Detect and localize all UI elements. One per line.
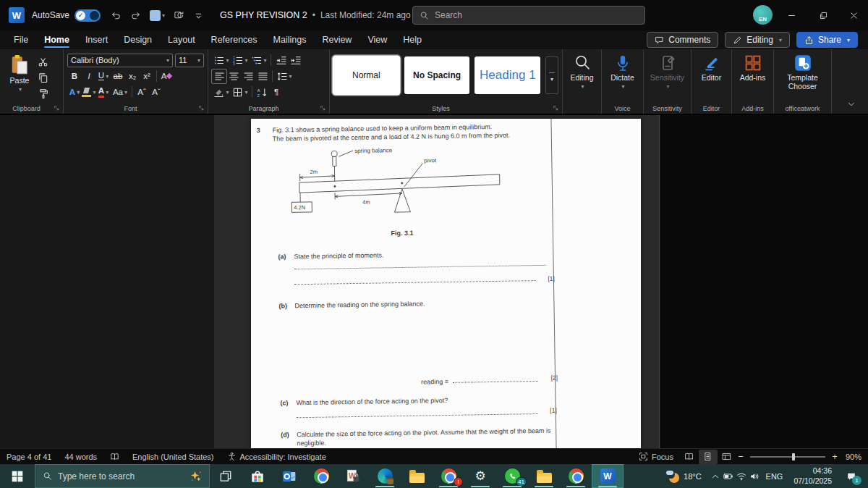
borders-button[interactable]: ▾	[231, 85, 250, 99]
shading-button[interactable]: ▾	[212, 85, 231, 99]
quick-access-options-icon[interactable]	[193, 10, 204, 21]
volume-icon[interactable]	[749, 471, 760, 481]
avatar[interactable]: EN	[753, 5, 773, 25]
cut-button[interactable]	[35, 55, 50, 69]
tab-help[interactable]: Help	[395, 32, 430, 48]
page-indicator[interactable]: Page 4 of 41	[0, 449, 58, 464]
taskbar-item-outlook[interactable]	[273, 464, 305, 488]
restore-button[interactable]	[807, 0, 839, 30]
increase-indent-button[interactable]	[288, 54, 302, 67]
italic-button[interactable]: I	[82, 70, 96, 83]
zoom-slider-thumb[interactable]	[792, 453, 795, 460]
taskbar-item-folder-2[interactable]	[528, 464, 560, 488]
paste-button[interactable]: Paste ▾	[4, 52, 35, 101]
taskbar-item-chrome-profile[interactable]	[560, 464, 592, 488]
redo-icon[interactable]	[130, 10, 141, 21]
search-input[interactable]	[435, 10, 638, 20]
styles-dialog-launcher-icon[interactable]	[553, 105, 559, 112]
share-button[interactable]: Share ▾	[796, 32, 858, 48]
web-layout-button[interactable]	[718, 450, 736, 464]
undo-icon[interactable]	[111, 10, 122, 21]
clipboard-dialog-launcher-icon[interactable]	[54, 105, 60, 112]
app-search-box[interactable]	[412, 6, 645, 25]
zoom-out-button[interactable]: −	[736, 451, 745, 462]
shrink-font-button[interactable]: Aˇ	[149, 85, 163, 99]
font-size-select[interactable]: 11▾	[175, 54, 204, 67]
taskbar-item-edge[interactable]	[369, 464, 401, 488]
bullets-button[interactable]: ▾	[212, 54, 231, 67]
line-spacing-button[interactable]: ▾	[275, 70, 294, 83]
addins-button[interactable]: Add-ins	[736, 52, 770, 82]
superscript-button[interactable]: x²	[140, 70, 154, 83]
tray-expand-icon[interactable]	[710, 471, 720, 481]
dictate-button[interactable]: Dictate ▾	[605, 52, 639, 90]
font-name-select[interactable]: Calibri (Body)▾	[67, 54, 173, 67]
highlight-button[interactable]: ▾	[82, 85, 96, 99]
paragraph-dialog-launcher-icon[interactable]	[320, 105, 326, 112]
style-no-spacing[interactable]: No Spacing	[404, 56, 470, 94]
tab-review[interactable]: Review	[314, 32, 359, 48]
change-case-button[interactable]: Aa▾	[111, 85, 129, 99]
format-painter-button[interactable]	[35, 87, 50, 101]
focus-button[interactable]: Focus	[632, 452, 680, 461]
template-chooser-button[interactable]: Template Chooser	[778, 52, 827, 91]
style-heading1[interactable]: Heading 1	[475, 56, 540, 94]
read-mode-button[interactable]	[680, 450, 699, 464]
grow-font-button[interactable]: Aˆ	[135, 85, 149, 99]
font-color-button[interactable]: A▾	[96, 85, 111, 99]
autosave-control[interactable]: AutoSave ✓	[32, 9, 101, 22]
taskbar-item-chrome[interactable]	[305, 464, 337, 488]
accessibility-status[interactable]: Accessibility: Investigate	[221, 449, 333, 464]
notification-center-button[interactable]: 1	[839, 464, 864, 488]
taskbar-item-store[interactable]	[242, 464, 273, 488]
save-icon[interactable]	[174, 10, 184, 21]
copy-button[interactable]	[35, 71, 50, 85]
tab-home[interactable]: Home	[36, 32, 77, 48]
clear-formatting-button[interactable]: A	[159, 70, 174, 83]
taskbar-search-input[interactable]	[58, 471, 184, 481]
tab-layout[interactable]: Layout	[160, 32, 203, 48]
sort-button[interactable]: AZ	[255, 85, 269, 99]
taskbar-search[interactable]	[35, 464, 210, 488]
comments-button[interactable]: Comments	[647, 32, 718, 48]
editing-mode-button[interactable]: Editing ▾	[725, 32, 790, 48]
task-view-button[interactable]	[210, 464, 242, 488]
close-button[interactable]	[838, 0, 868, 30]
decrease-indent-button[interactable]	[273, 54, 288, 67]
document-title-area[interactable]: GS PHY REVISION 2 • Last Modified: 24m a…	[220, 10, 420, 20]
bold-button[interactable]: B	[67, 70, 82, 83]
taskbar-item-whatsapp[interactable]: 41	[496, 464, 528, 488]
battery-icon[interactable]	[723, 471, 733, 481]
styles-gallery-more-button[interactable]: —▾	[545, 56, 558, 94]
taskbar-item-chrome-notification[interactable]: !	[433, 464, 464, 488]
taskbar-item-file-explorer[interactable]	[401, 464, 433, 488]
taskbar-item-word-active[interactable]: W	[592, 464, 624, 488]
zoom-level[interactable]: 90%	[839, 453, 868, 461]
tab-references[interactable]: References	[203, 32, 265, 48]
strikethrough-button[interactable]: ab	[111, 70, 125, 83]
clock[interactable]: 04:36 07/10/2025	[789, 466, 836, 485]
sensitivity-button[interactable]: Sensitivity ▾	[647, 52, 687, 90]
subscript-button[interactable]: x₂	[125, 70, 140, 83]
zoom-slider[interactable]	[750, 456, 825, 458]
font-dialog-launcher-icon[interactable]	[198, 105, 205, 112]
justify-button[interactable]	[255, 70, 270, 83]
zoom-in-button[interactable]: +	[830, 451, 839, 462]
autosave-toggle[interactable]: ✓	[75, 9, 101, 22]
taskbar-item-word-locked[interactable]: W	[337, 464, 369, 488]
tab-design[interactable]: Design	[116, 32, 160, 48]
numbering-button[interactable]: 123▾	[231, 54, 250, 67]
tab-view[interactable]: View	[359, 32, 395, 48]
input-language[interactable]: ENG	[762, 472, 787, 481]
tab-mailings[interactable]: Mailings	[265, 32, 315, 48]
start-button[interactable]	[0, 464, 35, 488]
multilevel-list-button[interactable]: ▾	[250, 54, 268, 67]
align-left-button[interactable]	[212, 70, 226, 83]
word-count[interactable]: 44 words	[58, 449, 103, 464]
collapse-ribbon-icon[interactable]	[846, 99, 856, 109]
text-effects-button[interactable]: A▾	[67, 85, 82, 99]
style-normal[interactable]: Normal	[333, 56, 399, 94]
document-page[interactable]: 3 Fig. 3.1 shows a spring balance used t…	[251, 119, 641, 449]
minimize-button[interactable]	[775, 0, 807, 30]
tab-insert[interactable]: Insert	[77, 32, 116, 48]
